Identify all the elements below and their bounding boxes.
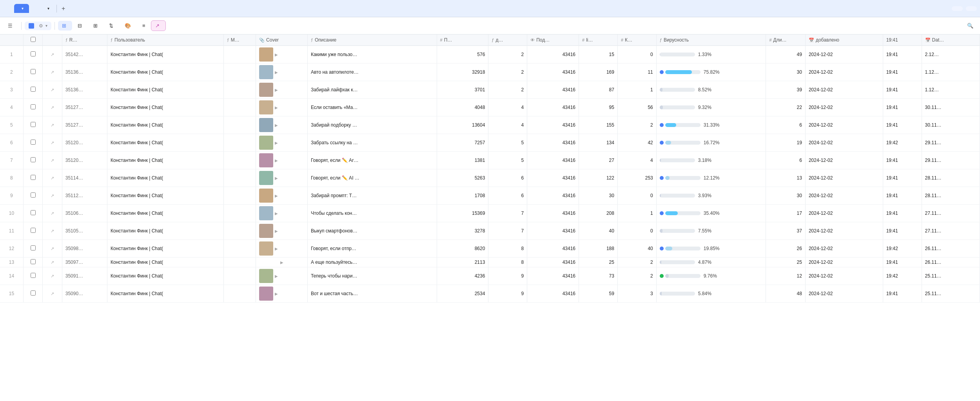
play-icon[interactable]: ▶ — [275, 88, 278, 92]
th-dlin[interactable]: #Дли… — [766, 34, 805, 46]
expand-icon[interactable]: ↗ — [51, 274, 54, 278]
th-li[interactable]: #li… — [579, 34, 618, 46]
row-checkbox[interactable] — [31, 175, 36, 180]
tab-myaccount[interactable]: ▾ — [40, 4, 55, 13]
th-virus[interactable]: ƒВирусность — [656, 34, 766, 46]
play-icon[interactable]: ▶ — [275, 53, 278, 57]
row-checkbox-cell[interactable] — [23, 99, 42, 116]
expand-icon[interactable]: ↗ — [51, 229, 54, 233]
tab-competitors[interactable] — [29, 6, 40, 11]
play-icon[interactable]: ▶ — [275, 123, 278, 127]
filter-button[interactable]: ⊟ — [74, 21, 88, 31]
views-toggle[interactable]: ☰ — [5, 23, 18, 29]
row-checkbox[interactable] — [31, 69, 36, 74]
row-checkbox-cell[interactable] — [23, 205, 42, 222]
select-all-checkbox[interactable] — [31, 37, 36, 42]
expand-icon[interactable]: ↗ — [51, 246, 54, 251]
row-expand-cell[interactable]: ↗ — [43, 187, 62, 205]
sort-button[interactable]: ⇅ — [105, 21, 119, 31]
row-checkbox[interactable] — [31, 51, 36, 56]
th-dat[interactable]: 📅Dat… — [922, 34, 980, 46]
expand-icon[interactable]: ↗ — [51, 260, 54, 265]
tab-users[interactable] — [3, 6, 14, 11]
row-expand-cell[interactable]: ↗ — [43, 285, 62, 303]
expand-icon[interactable]: ↗ — [51, 87, 54, 92]
th-k[interactable]: #К… — [617, 34, 656, 46]
tools-button[interactable] — [966, 6, 977, 11]
row-checkbox-cell[interactable] — [23, 169, 42, 187]
row-checkbox[interactable] — [31, 210, 36, 215]
search-button[interactable]: 🔍 — [965, 21, 975, 31]
row-expand-cell[interactable]: ↗ — [43, 64, 62, 81]
row-expand-cell[interactable]: ↗ — [43, 152, 62, 169]
expand-icon[interactable]: ↗ — [51, 70, 54, 74]
row-checkbox[interactable] — [31, 140, 36, 145]
fields-button[interactable]: ≡ — [138, 21, 149, 31]
th-description[interactable]: ꞘОписание — [307, 34, 437, 46]
row-checkbox-cell[interactable] — [23, 267, 42, 285]
th-d[interactable]: ƒд… — [488, 34, 527, 46]
row-checkbox-cell[interactable] — [23, 134, 42, 152]
play-icon[interactable]: ▶ — [275, 70, 278, 74]
row-checkbox[interactable] — [31, 122, 36, 127]
row-checkbox[interactable] — [31, 157, 36, 162]
row-checkbox-cell[interactable] — [23, 81, 42, 99]
play-icon[interactable]: ▶ — [275, 194, 278, 198]
row-expand-cell[interactable]: ↗ — [43, 81, 62, 99]
play-icon[interactable]: ▶ — [275, 274, 278, 278]
expand-icon[interactable]: ↗ — [51, 123, 54, 127]
row-checkbox-cell[interactable] — [23, 187, 42, 205]
expand-icon[interactable]: ↗ — [51, 176, 54, 180]
th-cover[interactable]: 📎Cover — [256, 34, 308, 46]
row-expand-cell[interactable]: ↗ — [43, 258, 62, 267]
th-m[interactable]: ꞘМ… — [223, 34, 256, 46]
expand-icon[interactable]: ↗ — [51, 158, 54, 163]
play-icon[interactable]: ▶ — [275, 247, 278, 251]
play-icon[interactable]: ▶ — [275, 292, 278, 296]
play-icon[interactable]: ▶ — [275, 105, 278, 110]
play-icon[interactable]: ▶ — [275, 141, 278, 145]
th-checkbox[interactable] — [23, 34, 42, 46]
row-expand-cell[interactable]: ↗ — [43, 116, 62, 134]
expand-icon[interactable]: ↗ — [51, 52, 54, 57]
tab-video[interactable]: ▾ — [14, 4, 29, 13]
row-checkbox[interactable] — [31, 228, 36, 233]
row-checkbox-cell[interactable] — [23, 258, 42, 267]
row-checkbox[interactable] — [31, 259, 36, 264]
row-expand-cell[interactable]: ↗ — [43, 46, 62, 64]
row-checkbox-cell[interactable] — [23, 222, 42, 240]
row-expand-cell[interactable]: ↗ — [43, 240, 62, 258]
play-icon[interactable]: ▶ — [275, 158, 278, 163]
group-button[interactable]: ⊞ — [89, 21, 103, 31]
row-expand-cell[interactable]: ↗ — [43, 169, 62, 187]
th-time[interactable]: 19:41 — [883, 34, 922, 46]
expand-icon[interactable]: ↗ — [51, 193, 54, 198]
hidden-fields-button[interactable]: ⊞ — [58, 21, 72, 31]
row-expand-cell[interactable]: ↗ — [43, 134, 62, 152]
row-checkbox[interactable] — [31, 192, 36, 198]
th-rid[interactable]: ꞘR… — [62, 34, 107, 46]
row-checkbox-cell[interactable] — [23, 116, 42, 134]
play-icon[interactable]: ▶ — [275, 229, 278, 233]
view-name-selector[interactable]: ⚙ ▾ — [25, 22, 51, 30]
row-checkbox[interactable] — [31, 273, 36, 278]
row-checkbox-cell[interactable] — [23, 240, 42, 258]
play-icon[interactable]: ▶ — [280, 260, 283, 265]
row-expand-cell[interactable]: ↗ — [43, 222, 62, 240]
th-added[interactable]: 📅добавлено — [805, 34, 883, 46]
row-checkbox-cell[interactable] — [23, 285, 42, 303]
play-icon[interactable]: ▶ — [275, 211, 278, 216]
row-expand-cell[interactable]: ↗ — [43, 205, 62, 222]
row-checkbox[interactable] — [31, 245, 36, 250]
color-button[interactable]: 🎨 — [121, 21, 137, 31]
row-checkbox[interactable] — [31, 104, 36, 109]
play-icon[interactable]: ▶ — [275, 176, 278, 180]
extensions-button[interactable] — [952, 6, 963, 11]
row-checkbox-cell[interactable] — [23, 64, 42, 81]
row-expand-cell[interactable]: ↗ — [43, 267, 62, 285]
expand-icon[interactable]: ↗ — [51, 211, 54, 216]
th-user[interactable]: ꞘПользователь — [107, 34, 224, 46]
th-pod[interactable]: 👁Под… — [527, 34, 579, 46]
row-checkbox-cell[interactable] — [23, 152, 42, 169]
expand-icon[interactable]: ↗ — [51, 105, 54, 110]
